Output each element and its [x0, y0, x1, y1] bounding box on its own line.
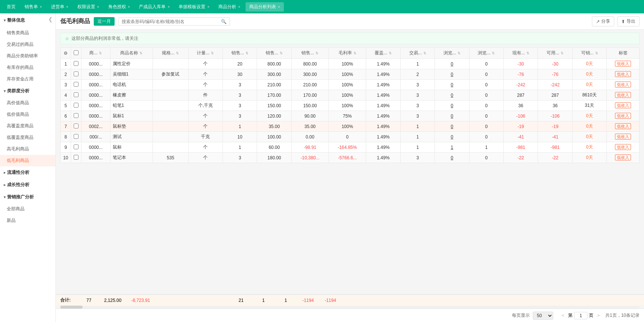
nav-sales[interactable]: 销售单 ×	[21, 2, 46, 12]
sidebar-item-low-value[interactable]: 低价值商品	[0, 109, 55, 120]
next-page-btn[interactable]: ＞	[595, 312, 602, 319]
row-select-checkbox[interactable]	[74, 124, 79, 128]
row-browse1[interactable]: 0	[435, 90, 469, 101]
row-checkbox[interactable]	[71, 111, 81, 121]
sort-cov-icon[interactable]: ⇅	[389, 51, 392, 55]
sidebar-item-new-products[interactable]: 新品	[0, 215, 55, 226]
row-checkbox[interactable]	[71, 153, 81, 163]
arrow-icon-cluster: ▾	[4, 89, 6, 93]
row-browse1[interactable]: 0	[435, 80, 469, 90]
row-checkbox[interactable]	[71, 90, 81, 101]
sidebar-item-high-coverage[interactable]: 高覆盖度商品	[0, 120, 55, 132]
row-sales-qty: 3	[223, 111, 257, 121]
collapse-overall-icon[interactable]: 《	[46, 16, 52, 24]
prev-page-btn[interactable]: ＜	[559, 312, 567, 319]
row-select-checkbox[interactable]	[74, 103, 79, 108]
sidebar-item-in-stock[interactable]: 有库存的商品	[0, 62, 55, 73]
row-browse1[interactable]: 0	[435, 132, 469, 142]
row-browse1[interactable]: 0	[435, 101, 469, 111]
sidebar-item-all-products[interactable]: 全部商品	[0, 203, 55, 215]
nav-close-product-analysis[interactable]: ×	[238, 5, 240, 9]
sidebar-item-low-coverage[interactable]: 低覆盖度商品	[0, 132, 55, 143]
sidebar-item-high-margin[interactable]: 高毛利商品	[0, 143, 55, 155]
row-select-checkbox[interactable]	[74, 61, 79, 66]
nav-close-sales[interactable]: ×	[40, 5, 42, 9]
row-browse1[interactable]: 0	[435, 59, 469, 69]
sort-b2-icon[interactable]: ⇅	[492, 51, 495, 55]
sort-name-icon[interactable]: ⇅	[140, 51, 142, 55]
nav-home[interactable]: 首页	[3, 2, 19, 12]
date-filter-btn[interactable]: 近一月	[94, 17, 115, 26]
th-settings[interactable]: ⚙	[61, 48, 71, 59]
row-select-checkbox[interactable]	[74, 71, 79, 76]
sort-b1-icon[interactable]: ⇅	[458, 51, 461, 55]
row-select-checkbox[interactable]	[74, 134, 79, 139]
horizontal-scrollbar[interactable]	[60, 306, 640, 309]
row-checkbox[interactable]	[71, 132, 81, 142]
sort-unit-icon[interactable]: ⇅	[211, 51, 214, 55]
sort-av-icon[interactable]: ⇅	[561, 51, 564, 55]
sort-gr-icon[interactable]: ⇅	[353, 51, 356, 55]
nav-role[interactable]: 角色授权 ×	[105, 2, 134, 12]
sidebar-group-cluster-header[interactable]: ▾ 类群度分析	[0, 85, 55, 97]
select-all-checkbox[interactable]	[74, 50, 79, 55]
row-browse1[interactable]: 1	[435, 142, 469, 153]
row-select-checkbox[interactable]	[74, 92, 79, 97]
export-button[interactable]: ⬆ 导出	[617, 16, 640, 26]
sidebar-item-capital[interactable]: 库存资金占用	[0, 73, 55, 85]
sidebar-group-growth-header[interactable]: ▸ 成长性分析	[0, 179, 55, 191]
row-browse1[interactable]: 0	[435, 69, 469, 80]
nav-close-product-entry[interactable]: ×	[167, 5, 170, 9]
sort-stk-icon[interactable]: ⇅	[526, 51, 529, 55]
tag-low-income-badge: 低收入	[615, 102, 631, 108]
th-checkbox[interactable]	[71, 48, 81, 59]
sort-code-icon[interactable]: ⇅	[99, 51, 102, 55]
page-size-select[interactable]: 50 20 100	[533, 312, 553, 320]
row-select-checkbox[interactable]	[74, 82, 79, 87]
row-browse1[interactable]: 0	[435, 111, 469, 121]
row-checkbox[interactable]	[71, 121, 81, 132]
sidebar-group-marketing-header[interactable]: ▾ 营销推广分析	[0, 191, 55, 203]
sidebar-item-low-margin[interactable]: 低毛利商品	[0, 155, 55, 166]
nav-close-purchase[interactable]: ×	[66, 5, 68, 9]
search-icon[interactable]: 🔍	[221, 19, 227, 24]
sort-txn-icon[interactable]: ⇅	[423, 51, 426, 55]
nav-close-template[interactable]: ×	[207, 5, 209, 9]
sidebar-item-high-value[interactable]: 高价值商品	[0, 97, 55, 109]
row-checkbox[interactable]	[71, 80, 81, 90]
row-browse1[interactable]: 0	[435, 153, 469, 163]
page-number-input[interactable]	[574, 312, 587, 319]
share-button[interactable]: ↗ 分享	[592, 16, 614, 26]
sort-spec-icon[interactable]: ⇅	[176, 51, 179, 55]
settings-icon[interactable]: ⚙	[64, 51, 68, 56]
sidebar-item-category-rate[interactable]: 商品分类助销率	[0, 50, 55, 62]
row-checkbox[interactable]	[71, 142, 81, 153]
sort-sale-icon[interactable]: ⇅	[595, 51, 598, 55]
row-select-checkbox[interactable]	[74, 155, 79, 160]
sidebar-item-sales-products[interactable]: 销售类商品	[0, 27, 55, 39]
nav-product-analysis-list[interactable]: 商品分析列表 ×	[246, 2, 284, 12]
nav-product-analysis[interactable]: 商品分析 ×	[215, 2, 244, 12]
sort-sp-icon[interactable]: ⇅	[280, 51, 283, 55]
nav-permission[interactable]: 权限设置 ×	[74, 2, 103, 12]
nav-template[interactable]: 单据模板设置 ×	[175, 2, 213, 12]
sort-sq-icon[interactable]: ⇅	[246, 51, 249, 55]
nav-purchase[interactable]: 进货单 ×	[47, 2, 72, 12]
search-input[interactable]	[122, 19, 221, 24]
top-nav: 首页 销售单 × 进货单 × 权限设置 × 角色授权 × 产成品入库单 × 单据…	[0, 0, 644, 13]
row-select-checkbox[interactable]	[74, 113, 79, 118]
scrollbar-thumb[interactable]	[60, 306, 83, 309]
row-checkbox[interactable]	[71, 59, 81, 69]
sort-sa-icon[interactable]: ⇅	[315, 51, 318, 55]
row-select-checkbox[interactable]	[74, 144, 79, 149]
sidebar-group-circulation-header[interactable]: ▸ 流通性分析	[0, 166, 55, 179]
nav-product-entry[interactable]: 产成品入库单 ×	[135, 2, 173, 12]
row-browse1[interactable]: 0	[435, 121, 469, 132]
nav-close-role[interactable]: ×	[128, 5, 130, 9]
nav-close-permission[interactable]: ×	[97, 5, 99, 9]
nav-close-product-analysis-list[interactable]: ×	[278, 5, 280, 9]
row-checkbox[interactable]	[71, 69, 81, 80]
sidebar-group-overall-header[interactable]: ▾ 整体信息 《	[0, 13, 55, 27]
row-checkbox[interactable]	[71, 101, 81, 111]
sidebar-item-traded[interactable]: 交易过的商品	[0, 39, 55, 50]
